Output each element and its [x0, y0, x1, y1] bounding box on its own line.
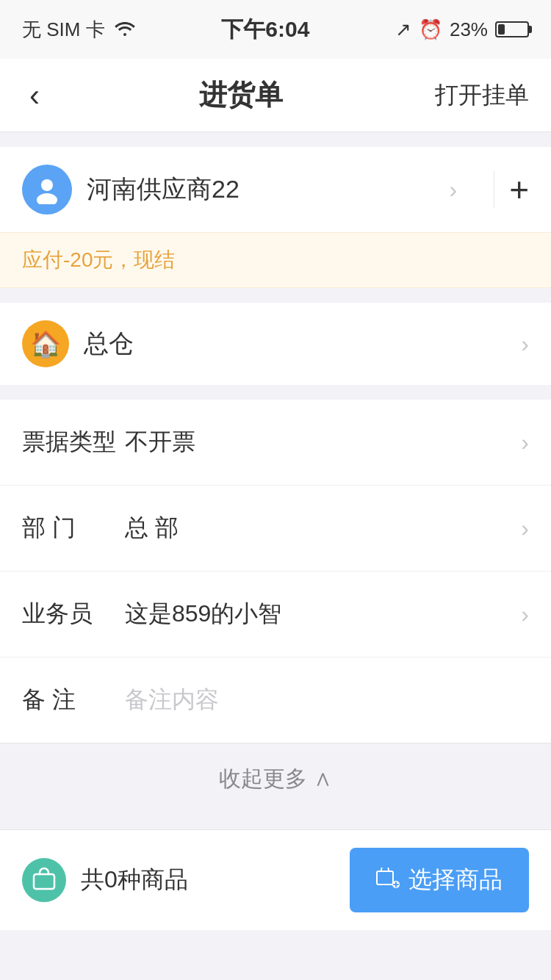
department-label: 部 门 [22, 512, 118, 544]
status-right: ↗ ⏰ 23% [395, 18, 529, 41]
cart-icon [31, 867, 57, 893]
add-supplier-button[interactable]: + [509, 173, 529, 206]
salesperson-label: 业务员 [22, 598, 118, 630]
svg-point-0 [41, 179, 53, 191]
warehouse-section: 🏠 总仓 › [0, 303, 551, 385]
form-row-salesperson[interactable]: 业务员 这是859的小智 › [0, 571, 551, 657]
section-divider-1 [0, 132, 551, 147]
section-divider-2 [0, 288, 551, 303]
location-icon: ↗ [395, 18, 411, 41]
product-icon [22, 858, 66, 902]
svg-point-1 [37, 193, 57, 204]
battery-bar [495, 21, 529, 37]
supplier-section: 河南供应商22 › + 应付-20元，现结 [0, 147, 551, 288]
supplier-row[interactable]: 河南供应商22 › + [0, 147, 551, 232]
battery-fill [498, 24, 505, 35]
supplier-name: 河南供应商22 [87, 173, 449, 206]
invoice-label: 票据类型 [22, 426, 118, 458]
select-product-label: 选择商品 [408, 864, 503, 896]
open-pending-button[interactable]: 打开挂单 [435, 79, 529, 112]
supplier-avatar-icon [32, 175, 62, 204]
salesperson-arrow-icon: › [521, 601, 529, 628]
warehouse-arrow-icon: › [521, 331, 529, 358]
bottom-bar: 共0种商品 选择商品 [0, 829, 551, 930]
warehouse-name: 总仓 [84, 327, 521, 361]
invoice-value: 不开票 [118, 426, 521, 458]
remark-value[interactable]: 备注内容 [118, 684, 529, 716]
form-section: 票据类型 不开票 › 部 门 总 部 › 业务员 这是859的小智 › 备 注 … [0, 400, 551, 743]
warehouse-icon-inner: 🏠 [30, 329, 61, 359]
department-arrow-icon: › [521, 515, 529, 542]
time-label: 下午6:04 [221, 15, 309, 45]
collapse-button[interactable]: 收起更多 ∧ [0, 743, 551, 815]
nav-bar: ‹ 进货单 打开挂单 [0, 59, 551, 132]
back-button[interactable]: ‹ [22, 71, 47, 120]
remark-label: 备 注 [22, 684, 118, 716]
wifi-icon [114, 18, 136, 41]
select-product-icon [376, 867, 400, 894]
supplier-arrow-icon: › [449, 176, 457, 203]
select-product-button[interactable]: 选择商品 [350, 848, 529, 912]
vertical-divider [494, 171, 494, 208]
form-row-invoice[interactable]: 票据类型 不开票 › [0, 400, 551, 485]
warehouse-icon: 🏠 [22, 320, 69, 367]
section-divider-3 [0, 385, 551, 400]
status-bar: 无 SIM 卡 下午6:04 ↗ ⏰ 23% [0, 0, 551, 59]
invoice-arrow-icon: › [521, 429, 529, 456]
svg-rect-3 [377, 871, 393, 884]
form-row-department[interactable]: 部 门 总 部 › [0, 485, 551, 571]
page-background [0, 930, 551, 980]
product-count: 共0种商品 [81, 864, 350, 896]
alarm-icon: ⏰ [419, 18, 442, 41]
page-title: 进货单 [199, 76, 283, 114]
form-row-remark[interactable]: 备 注 备注内容 [0, 657, 551, 743]
status-left: 无 SIM 卡 [22, 17, 136, 43]
battery-label: 23% [450, 18, 488, 41]
salesperson-value: 这是859的小智 [118, 598, 521, 630]
warehouse-row[interactable]: 🏠 总仓 › [0, 303, 551, 385]
carrier-label: 无 SIM 卡 [22, 17, 105, 43]
svg-rect-2 [34, 874, 54, 889]
department-value: 总 部 [118, 512, 521, 544]
supplier-avatar [22, 165, 72, 215]
notice-banner: 应付-20元，现结 [0, 232, 551, 288]
